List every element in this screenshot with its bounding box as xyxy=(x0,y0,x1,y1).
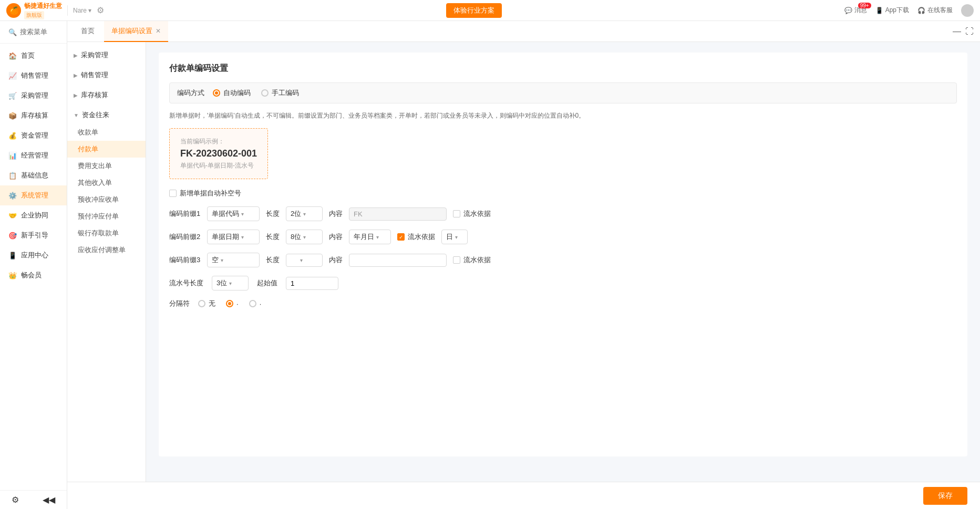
finance-icon: 💰 xyxy=(8,132,17,140)
serial3-check[interactable]: 流水依据 xyxy=(453,255,491,265)
serial2-checkbox[interactable]: ✓ xyxy=(397,233,405,241)
user-avatar[interactable] xyxy=(961,4,974,17)
manual-encode-radio[interactable]: 手工编码 xyxy=(261,88,299,98)
submenu-group-sales: ▶ 销售管理 xyxy=(67,66,146,84)
separator-label: 分隔符 xyxy=(169,299,190,308)
sidebar-item-enterprise[interactable]: 🤝 企业协同 xyxy=(0,205,67,225)
settings-bottom-icon[interactable]: ⚙ xyxy=(12,495,19,505)
submenu-header-sales[interactable]: ▶ 销售管理 xyxy=(67,66,146,84)
separator-row: 分隔符 无 · · xyxy=(169,299,957,308)
sidebar-nav: 🏠 首页 📈 销售管理 🛒 采购管理 📦 库存核算 💰 资金管理 📊 经 xyxy=(0,44,67,490)
page-container: 付款单编码设置 编码方式 自动编码 手工编码 xyxy=(159,53,967,456)
serial3-checkbox[interactable] xyxy=(453,256,460,264)
serial1-checkbox[interactable] xyxy=(453,210,460,217)
code-preview-value: FK-20230602-001 xyxy=(180,148,257,159)
prefix3-select[interactable]: 空 ▾ xyxy=(207,253,260,267)
tab-close-btn[interactable]: ✕ xyxy=(156,27,161,35)
auto-encode-radio[interactable]: 自动编码 xyxy=(213,88,251,98)
submenu-item-prepay-ap[interactable]: 预付冲应付单 xyxy=(67,208,146,225)
settings-icon[interactable]: ⚙ xyxy=(97,5,104,15)
dropdown-arrow: ▾ xyxy=(229,281,232,286)
sidebar-item-guide[interactable]: 🎯 新手引导 xyxy=(0,225,67,245)
company-dropdown[interactable]: Nare ▾ xyxy=(73,7,91,14)
prefix2-select[interactable]: 单据日期 ▾ xyxy=(207,230,260,244)
sidebar-item-home[interactable]: 🏠 首页 xyxy=(0,46,67,66)
dropdown-arrow: ▾ xyxy=(303,211,306,217)
dropdown-arrow: ▾ xyxy=(376,234,379,240)
sales-icon: 📈 xyxy=(8,72,17,80)
submenu-header-inventory[interactable]: ▶ 库存核算 xyxy=(67,86,146,104)
sidebar-item-basic[interactable]: 📋 基础信息 xyxy=(0,165,67,185)
content1-input[interactable] xyxy=(349,207,447,221)
serial2-check[interactable]: ✓ 流水依据 xyxy=(397,232,435,242)
divider xyxy=(67,5,68,16)
sidebar-item-finance[interactable]: 💰 资金管理 xyxy=(0,126,67,146)
sidebar-item-system[interactable]: ⚙️ 系统管理 xyxy=(0,185,67,205)
sidebar-item-purchase[interactable]: 🛒 采购管理 xyxy=(0,86,67,106)
sub-menu: ▶ 采购管理 ▶ 销售管理 ▶ 库存核算 xyxy=(67,42,146,482)
top-bar-left: 🍊 畅捷通好生意 旗舰版 Nare ▾ ⚙ xyxy=(6,2,104,19)
length3-select[interactable]: ▾ xyxy=(286,254,323,267)
submenu-header-finance[interactable]: ▼ 资金往来 xyxy=(67,106,146,124)
sidebar-item-sales[interactable]: 📈 销售管理 xyxy=(0,66,67,86)
content2-select[interactable]: 年月日 ▾ xyxy=(349,230,391,244)
serial-length-label: 流水号长度 xyxy=(169,278,203,288)
form-row-3: 编码前缀3 空 ▾ 长度 ▾ 内容 xyxy=(169,253,957,267)
content3-input[interactable] xyxy=(349,254,447,267)
maximize-btn[interactable]: ⛶ xyxy=(965,27,974,36)
sidebar-item-member[interactable]: 👑 畅会员 xyxy=(0,265,67,285)
separator-dot2[interactable]: · xyxy=(249,300,262,308)
experience-button-wrap: 体验行业方案 xyxy=(446,3,502,18)
sidebar-item-inventory[interactable]: 📦 库存核算 xyxy=(0,106,67,126)
tab-encoding-settings[interactable]: 单据编码设置 ✕ xyxy=(104,21,168,42)
app-download-item[interactable]: 📱 App下载 xyxy=(875,6,909,15)
top-bar-right: 💬 消息 99+ 📱 App下载 🎧 在线客服 xyxy=(844,4,974,17)
submenu-header-purchase[interactable]: ▶ 采购管理 xyxy=(67,46,146,64)
submenu-item-expense[interactable]: 费用支出单 xyxy=(67,158,146,174)
member-icon: 👑 xyxy=(8,272,17,279)
collapse-icon[interactable]: ◀◀ xyxy=(43,495,55,505)
serial-length-row: 流水号长度 3位 ▾ 起始值 xyxy=(169,276,957,290)
submenu-item-prepay-ar[interactable]: 预收冲应收单 xyxy=(67,191,146,208)
auto-fill-label: 新增单据自动补空号 xyxy=(180,189,241,198)
separator-dot1[interactable]: · xyxy=(226,300,239,308)
serial-unit-select[interactable]: 日 ▾ xyxy=(441,230,468,244)
search-menu-btn[interactable]: 🔍 搜索菜单 xyxy=(4,25,63,39)
message-badge: 99+ xyxy=(858,3,871,8)
sidebar-bottom: ⚙ ◀◀ xyxy=(0,490,67,509)
serial-length-select[interactable]: 3位 ▾ xyxy=(212,276,249,290)
guide-icon: 🎯 xyxy=(8,232,17,240)
length2-select[interactable]: 8位 ▾ xyxy=(286,230,323,244)
submenu-item-other-income[interactable]: 其他收入单 xyxy=(67,174,146,191)
code-preview-box: 当前编码示例： FK-20230602-001 单据代码-单据日期-流水号 xyxy=(169,128,268,179)
arrow-icon: ▶ xyxy=(74,92,78,98)
start-value-label: 起始值 xyxy=(257,278,277,288)
sidebar-search[interactable]: 🔍 搜索菜单 xyxy=(0,21,67,44)
serial1-check[interactable]: 流水依据 xyxy=(453,209,491,219)
submenu-item-receipt[interactable]: 收款单 xyxy=(67,124,146,141)
manual-encode-dot xyxy=(261,89,269,97)
service-item[interactable]: 🎧 在线客服 xyxy=(917,6,953,15)
separator-none[interactable]: 无 xyxy=(198,299,215,308)
sidebar-item-apps[interactable]: 📱 应用中心 xyxy=(0,245,67,265)
form-row-2: 编码前缀2 单据日期 ▾ 长度 8位 ▾ 内容 年月日 xyxy=(169,230,957,244)
arrow-icon: ▶ xyxy=(74,53,78,58)
minimize-btn[interactable]: — xyxy=(953,27,961,36)
save-button[interactable]: 保存 xyxy=(923,487,967,505)
prefix1-select[interactable]: 单据代码 ▾ xyxy=(207,206,260,221)
code-preview-desc: 单据代码-单据日期-流水号 xyxy=(180,161,257,170)
tab-home[interactable]: 首页 xyxy=(74,21,102,42)
submenu-item-payment[interactable]: 付款单 xyxy=(67,141,146,158)
length3-label: 长度 xyxy=(266,255,280,265)
submenu-item-adjust[interactable]: 应收应付调整单 xyxy=(67,242,146,258)
message-item[interactable]: 💬 消息 99+ xyxy=(844,6,867,15)
auto-fill-checkbox[interactable] xyxy=(169,190,177,197)
start-value-input[interactable] xyxy=(286,277,338,290)
auto-fill-row: 新增单据自动补空号 xyxy=(169,189,957,198)
sidebar-item-operations[interactable]: 📊 经营管理 xyxy=(0,146,67,165)
experience-button[interactable]: 体验行业方案 xyxy=(446,3,502,18)
submenu-group-finance: ▼ 资金往来 收款单 付款单 费用支出单 其他收入单 xyxy=(67,106,146,258)
prefix2-label: 编码前缀2 xyxy=(169,232,201,242)
submenu-item-bank[interactable]: 银行存取款单 xyxy=(67,225,146,242)
length1-select[interactable]: 2位 ▾ xyxy=(286,206,323,221)
